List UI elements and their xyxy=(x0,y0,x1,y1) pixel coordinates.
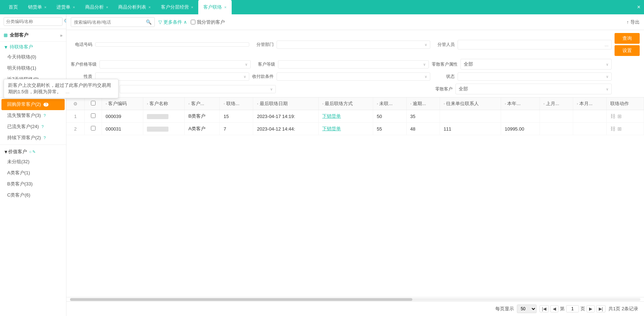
payment-field[interactable]: ∨ xyxy=(277,72,431,81)
settings-button[interactable]: 设置 xyxy=(615,45,640,56)
close-customer-layer-tab-icon[interactable]: × xyxy=(191,5,193,9)
sidebar-item-churn-warning[interactable]: 流失预警客户(3) ? xyxy=(0,110,66,121)
scatter2-field[interactable]: 全部 ∨ xyxy=(455,84,612,94)
value-group-label[interactable]: ▼ 价值客户 ○ ✎ xyxy=(0,146,66,156)
dept-field[interactable]: ∨ xyxy=(277,41,431,49)
sidebar-item-tomorrow[interactable]: 明天待联络(1) xyxy=(0,63,66,74)
nav-tab-customer-layer[interactable]: 客户分层经营 × xyxy=(156,0,198,14)
sidebar-item-ungrouped[interactable]: 未分组(32) xyxy=(0,156,66,168)
sidebar-item-today[interactable]: 今天待联络(0) xyxy=(0,52,66,63)
row-1-num: 1 xyxy=(66,110,84,123)
row-2-checkbox-cell[interactable] xyxy=(84,123,102,135)
nav-tab-product-analysis[interactable]: 商品分析 × xyxy=(80,0,113,14)
row-2-grid-icon[interactable]: ⊞ xyxy=(617,126,622,132)
churned-help-icon[interactable]: ? xyxy=(41,124,43,129)
tooltip-close-icon[interactable]: ... xyxy=(65,89,69,94)
person-field[interactable]: ... xyxy=(458,40,612,49)
my-customers-checkbox-label[interactable]: 我分管的客户 xyxy=(191,19,225,25)
scatter-attr-field[interactable]: 全部 ∨ xyxy=(460,59,612,70)
sidebar-item-repurchase-anomaly[interactable]: 回购异常客户(2) ? xyxy=(1,99,65,110)
sidebar-item-churned[interactable]: 已流失客户(24) ? xyxy=(0,121,66,132)
table-header-row: ⚙ · 客户编码 · 客户名称 · 客户... · 联络... · 最后联络日期… xyxy=(66,98,644,110)
nav-tab-purchase[interactable]: 进货单 × xyxy=(51,0,80,14)
row-1-checkbox-cell[interactable] xyxy=(84,110,102,123)
row-2-unread: 55 xyxy=(373,123,406,135)
row-1-this-year xyxy=(501,110,539,123)
col-code-header: · 客户编码 xyxy=(102,98,143,110)
sidebar-item-class-b[interactable]: B类客户(33) xyxy=(0,179,66,190)
phone-field[interactable] xyxy=(95,42,249,47)
customer-table: ⚙ · 客户编码 · 客户名称 · 客户... · 联络... · 最后联络日期… xyxy=(66,98,644,135)
sidebar-item-class-a[interactable]: A类客户(1) xyxy=(0,168,66,179)
all-customers-section: ⊞ 全部客户 » xyxy=(0,29,66,42)
export-button[interactable]: ↑ 导出 xyxy=(627,19,640,25)
export-icon: ↑ xyxy=(627,19,629,25)
person-label: 分管人员 xyxy=(433,42,455,48)
col-checkbox-header[interactable] xyxy=(84,98,102,110)
filter-bar: 🔍 ▽ 更多条件 ∧ 我分管的客户 ↑ 导出 xyxy=(66,14,644,30)
declining-help-icon[interactable]: ? xyxy=(43,136,46,140)
adv-filter-row-3: 性质 ∨ 收付款条件 ∨ 状态 ∨ xyxy=(71,72,640,81)
search-button[interactable]: 🔍 xyxy=(143,18,154,27)
col-last-month-header: · 上月... xyxy=(539,98,573,110)
first-page-button[interactable]: |◀ xyxy=(539,305,549,312)
status-field[interactable]: ∨ xyxy=(458,72,612,81)
pending-group-label[interactable]: ▼ 待联络客户 xyxy=(0,42,66,52)
close-sales-tab-icon[interactable]: × xyxy=(44,5,46,9)
sidebar-divider-2 xyxy=(0,145,66,145)
horizontal-scrollbar[interactable] xyxy=(66,297,644,301)
sidebar-collapse-button[interactable]: » xyxy=(60,33,62,38)
row-1-grid-icon[interactable]: ⊞ xyxy=(617,113,622,119)
close-all-tabs-button[interactable]: × xyxy=(637,4,640,10)
my-customers-checkbox[interactable] xyxy=(191,20,195,24)
row-1-link-icon[interactable]: ⛓ xyxy=(610,113,615,119)
value-group-edit-icon[interactable]: ✎ xyxy=(32,150,36,154)
nav-tab-sales[interactable]: 销货单 × xyxy=(23,0,51,14)
next-page-button[interactable]: ▶ xyxy=(587,305,595,312)
query-button[interactable]: 查询 xyxy=(615,33,640,44)
per-page-select[interactable]: 50 100 200 xyxy=(517,305,537,313)
row-2-last-way[interactable]: 下销货单 xyxy=(319,123,373,135)
cust-grade-field[interactable]: ∨ xyxy=(278,60,429,69)
row-2-contact: 7 xyxy=(220,123,253,135)
cust-type-field[interactable]: ∨ xyxy=(120,85,276,93)
col-settings-header[interactable]: ⚙ xyxy=(66,98,84,110)
row-1-unread: 50 xyxy=(373,110,406,123)
more-conditions-button[interactable]: ▽ 更多条件 ∧ xyxy=(158,19,187,25)
row-2-link-icon[interactable]: ⛓ xyxy=(610,126,615,132)
last-page-button[interactable]: ▶| xyxy=(596,305,606,312)
scroll-thumb[interactable] xyxy=(70,298,412,301)
prev-page-button[interactable]: ◀ xyxy=(550,305,559,312)
close-purchase-tab-icon[interactable]: × xyxy=(73,5,75,9)
row-1-last-way[interactable]: 下销货单 xyxy=(319,110,373,123)
row-1-name-blurred xyxy=(147,114,168,119)
filter-search-container: 🔍 xyxy=(71,17,155,27)
nav-tab-customer-contact[interactable]: 客户联络 × xyxy=(198,0,231,14)
price-grade-field[interactable]: ∨ xyxy=(99,60,251,69)
top-nav: 首页 销货单 × 进货单 × 商品分析 × 商品分析列表 × 客户分层经营 × … xyxy=(0,0,644,14)
row-1-code: 000039 xyxy=(102,110,143,123)
close-product-analysis-tab-icon[interactable]: × xyxy=(106,5,108,9)
row-1-checkbox[interactable] xyxy=(91,113,96,118)
table-area: ⚙ · 客户编码 · 客户名称 · 客户... · 联络... · 最后联络日期… xyxy=(66,98,644,297)
per-page-label: 每页显示 xyxy=(495,306,514,312)
row-2-checkbox[interactable] xyxy=(91,126,96,131)
cust-grade-arrow-icon: ∨ xyxy=(423,62,426,66)
sidebar-item-declining[interactable]: 持续下滑客户(2) ? xyxy=(0,132,66,143)
churn-warning-help-icon[interactable]: ? xyxy=(43,113,46,118)
select-all-checkbox[interactable] xyxy=(91,101,96,105)
value-group-circle-icon[interactable]: ○ xyxy=(29,150,32,154)
scroll-track[interactable] xyxy=(70,298,640,301)
nav-tab-home[interactable]: 首页 xyxy=(4,0,23,14)
col-this-year-header: · 本年... xyxy=(501,98,539,110)
sidebar-search-input[interactable] xyxy=(4,17,62,26)
sidebar-search-button[interactable]: 🔍 xyxy=(64,19,66,24)
main-layout: 🔍 ⊞ 全部客户 » ▼ 待联络客户 今天待联络(0) 明天待联络(1) 近7天… xyxy=(0,14,644,316)
col-contact-header: · 联络... xyxy=(220,98,253,110)
nav-tab-product-list[interactable]: 商品分析列表 × xyxy=(113,0,156,14)
page-input[interactable] xyxy=(566,305,579,312)
close-product-list-tab-icon[interactable]: × xyxy=(148,5,150,9)
search-input[interactable] xyxy=(71,18,143,27)
sidebar-item-class-c[interactable]: C类客户(6) xyxy=(0,190,66,201)
close-customer-contact-tab-icon[interactable]: × xyxy=(224,5,226,9)
